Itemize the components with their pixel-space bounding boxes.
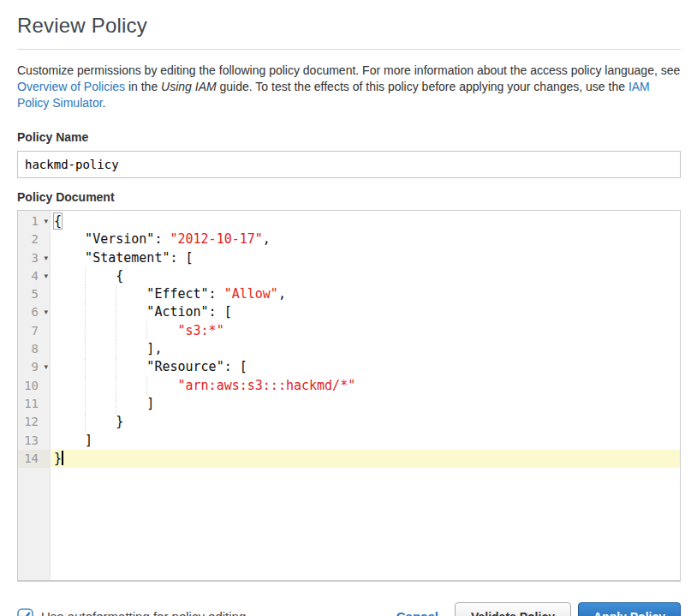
intro-text-part: . — [103, 96, 106, 110]
code-line-3[interactable]: "Statement": [ — [51, 249, 680, 267]
gutter-line-5: 5 — [18, 285, 50, 303]
autoformat-option[interactable]: Use autoformatting for policy editing — [17, 608, 246, 616]
indent-guide — [85, 395, 86, 413]
code-line-10[interactable]: "arn:aws:s3:::hackmd/*" — [51, 377, 680, 395]
json-token: { — [53, 212, 63, 230]
json-token: ] — [54, 433, 92, 448]
code-line-9[interactable]: "Resource": [ — [51, 358, 680, 376]
review-policy-page: Review Policy Customize permissions by e… — [0, 0, 697, 616]
gutter-line-14: 14 — [18, 450, 50, 468]
header-divider — [17, 49, 681, 50]
gutter-line-1[interactable]: 1▾ — [18, 212, 50, 230]
validate-policy-button[interactable]: Validate Policy — [455, 602, 571, 616]
json-token: "Version": — [54, 231, 170, 247]
indent-guide — [116, 340, 116, 358]
fold-toggle-icon[interactable]: ▾ — [44, 249, 48, 267]
indent-guide — [85, 285, 86, 303]
json-token: } — [54, 414, 123, 429]
fold-toggle-icon[interactable]: ▾ — [44, 267, 48, 285]
json-string-token: "arn:aws:s3:::hackmd/*" — [178, 378, 356, 393]
gutter-line-8: 8 — [18, 340, 50, 358]
gutter-line-12: 12 — [18, 413, 50, 431]
indent-guide — [85, 303, 86, 321]
text-cursor — [62, 451, 63, 465]
editor-gutter: 1▾23▾4▾56▾789▾1011121314 — [18, 211, 51, 580]
gutter-line-10: 10 — [18, 377, 50, 395]
json-token: } — [54, 451, 62, 466]
json-token: "Effect": — [54, 286, 224, 302]
code-line-1[interactable]: { — [51, 212, 680, 230]
autoformat-checkbox[interactable] — [17, 608, 33, 616]
indent-guide — [85, 322, 86, 340]
indent-guide — [146, 377, 147, 395]
policy-document-editor[interactable]: 1▾23▾4▾56▾789▾1011121314 { "Version": "2… — [17, 210, 681, 582]
gutter-line-3[interactable]: 3▾ — [18, 249, 50, 267]
json-token: "Resource": [ — [54, 359, 247, 374]
gutter-line-2: 2 — [18, 230, 50, 248]
json-token: ] — [54, 396, 154, 411]
footer-bar: Use autoformatting for policy editing Ca… — [17, 602, 681, 616]
indent-guide — [146, 322, 147, 340]
indent-guide — [116, 395, 116, 413]
json-token: , — [263, 231, 271, 247]
indent-guide — [116, 285, 116, 303]
page-title: Review Policy — [17, 14, 681, 38]
editor-code-area[interactable]: { "Version": "2012-10-17", "Statement": … — [51, 211, 680, 580]
footer-actions: Cancel Validate Policy Apply Policy — [396, 602, 681, 616]
gutter-line-4[interactable]: 4▾ — [18, 267, 50, 285]
json-token: ], — [54, 341, 162, 356]
checkbox-checked-icon — [17, 608, 33, 616]
intro-text-part: in the — [125, 80, 161, 93]
gutter-line-11: 11 — [18, 395, 50, 413]
gutter-line-13: 13 — [18, 432, 50, 450]
json-token: "Action": [ — [54, 304, 232, 320]
gutter-line-6[interactable]: 6▾ — [18, 303, 50, 321]
indent-guide — [85, 267, 86, 285]
intro-text-part: guide. To test the effects of this polic… — [217, 80, 628, 93]
indent-guide — [85, 413, 86, 431]
json-token: , — [278, 286, 286, 302]
indent-guide — [116, 358, 116, 376]
code-line-13[interactable]: ] — [51, 432, 680, 450]
intro-text: Customize permissions by editing the fol… — [17, 63, 681, 111]
overview-of-policies-link[interactable]: Overview of Policies — [17, 80, 125, 93]
code-line-7[interactable]: "s3:*" — [51, 322, 680, 340]
code-line-12[interactable]: } — [51, 413, 680, 431]
indent-guide — [116, 303, 116, 321]
cancel-link[interactable]: Cancel — [396, 609, 438, 616]
apply-policy-button[interactable]: Apply Policy — [578, 602, 681, 616]
fold-toggle-icon[interactable]: ▾ — [44, 303, 48, 321]
indent-guide — [85, 340, 86, 358]
code-line-8[interactable]: ], — [51, 340, 680, 358]
policy-document-label: Policy Document — [17, 190, 681, 204]
indent-guide — [116, 322, 116, 340]
indent-guide — [85, 358, 86, 376]
code-line-11[interactable]: ] — [51, 395, 680, 413]
indent-guide — [116, 377, 116, 395]
intro-text-part: Customize permissions by editing the fol… — [17, 63, 680, 77]
gutter-line-9[interactable]: 9▾ — [18, 358, 50, 376]
indent-guide — [85, 377, 86, 395]
json-string-token: "s3:*" — [178, 323, 224, 338]
fold-toggle-icon[interactable]: ▾ — [44, 212, 48, 230]
code-line-2[interactable]: "Version": "2012-10-17", — [51, 230, 680, 248]
fold-toggle-icon[interactable]: ▾ — [44, 358, 48, 376]
policy-name-label: Policy Name — [17, 130, 681, 144]
code-line-5[interactable]: "Effect": "Allow", — [51, 285, 680, 303]
gutter-line-7: 7 — [18, 322, 50, 340]
using-iam-guide-name: Using IAM — [161, 80, 217, 93]
json-token: "Statement": [ — [54, 250, 194, 266]
policy-name-input[interactable] — [17, 151, 681, 178]
autoformat-label: Use autoformatting for policy editing — [41, 609, 246, 616]
code-line-4[interactable]: { — [51, 267, 680, 285]
json-string-token: "2012-10-17" — [170, 231, 262, 247]
code-line-6[interactable]: "Action": [ — [51, 303, 680, 321]
code-line-14[interactable]: } — [51, 450, 680, 468]
json-string-token: "Allow" — [224, 286, 278, 302]
json-token: { — [54, 268, 123, 284]
